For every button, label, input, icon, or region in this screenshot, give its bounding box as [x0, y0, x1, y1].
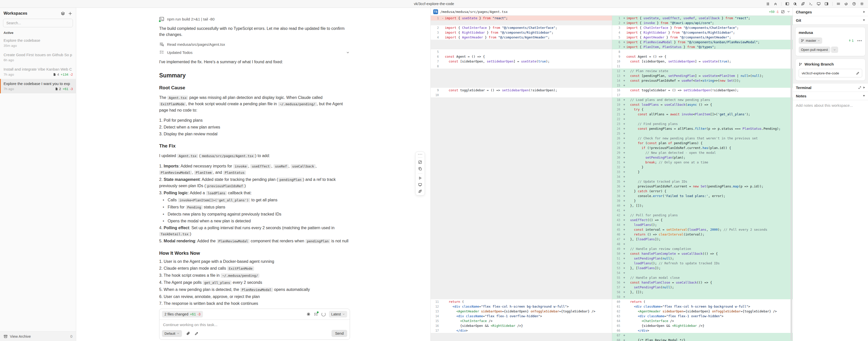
- git-section-header[interactable]: Git: [793, 16, 868, 25]
- sub-list-item: •Detects new plans by comparing against …: [159, 211, 349, 217]
- open-pull-request-button[interactable]: Open pull request: [799, 46, 830, 53]
- file-count: 4: [53, 72, 59, 76]
- diff-file-path: /medusa/medusa/src/pages/Agent.tsx: [440, 10, 767, 14]
- diff-line-new: 37+ } catch (error) {: [612, 189, 793, 193]
- diff-line-new: 5import { AgentHeader } from "@/componen…: [612, 35, 793, 40]
- inline-code: ExitPlanMode: [227, 267, 254, 271]
- branch-selector[interactable]: master: [799, 37, 822, 44]
- diff-line-new: 60 return (: [612, 299, 793, 304]
- tasks-icon[interactable]: [314, 312, 318, 316]
- mode-label: Default: [164, 332, 175, 335]
- notes-section-header[interactable]: Notes: [793, 92, 868, 100]
- help-icon[interactable]: [852, 2, 856, 6]
- diff-line-new: 43+ useEffect(() => {: [612, 218, 793, 222]
- tool-call-row[interactable]: Updated Todos: [159, 50, 349, 55]
- files-changed-pill[interactable]: 2 files changed +61 -3: [162, 311, 203, 317]
- working-branch-card: Working Branch: [795, 59, 865, 81]
- display-icon[interactable]: [817, 2, 821, 6]
- diff-line-new: 12+ // Plan review state: [612, 68, 793, 73]
- pull-request-dropdown[interactable]: [831, 46, 838, 53]
- workspace-item[interactable]: Install and integrate Vibe Kanban Web C …: [0, 64, 76, 79]
- search-input[interactable]: [6, 21, 70, 25]
- diff-line-old: [431, 73, 612, 78]
- repo-name: medusa: [799, 30, 862, 35]
- diff-line-old: 16 {sidebarOpen && <RightSidebar />}: [431, 323, 612, 328]
- settings-icon[interactable]: [860, 2, 864, 6]
- workspace-item[interactable]: Explore the codebase 35m ago: [0, 36, 76, 50]
- monitor-icon[interactable]: [418, 183, 422, 187]
- inline-code: Agent.tsx: [167, 96, 188, 100]
- divider: [418, 173, 422, 174]
- diff-line-new: 68+ {/* Plan Review Modal */}: [612, 338, 793, 341]
- diff-line-new: 19+ const loadPlans = useCallback(async …: [612, 102, 793, 107]
- play-icon[interactable]: [418, 176, 422, 180]
- diff-line-old: [431, 261, 612, 266]
- diff-line-new: 44+ loadPlans();: [612, 222, 793, 227]
- terminal-icon[interactable]: [809, 2, 813, 6]
- spark-icon[interactable]: [306, 312, 311, 316]
- repo-menu-icon[interactable]: •••: [857, 38, 862, 43]
- chat-content[interactable]: npm run build 2>&1 | tail -80The build c…: [76, 8, 430, 341]
- paperclip-icon[interactable]: [186, 331, 190, 336]
- diff-line-new: 29+ // New plan detected - open the moda…: [612, 150, 793, 155]
- inline-code: PlanStatus: [223, 170, 246, 175]
- diff-line-new: 56+ const handlePlanClose = useCallback(…: [612, 280, 793, 285]
- diff-line-old: [431, 141, 612, 146]
- git-compare-icon[interactable]: [418, 189, 422, 193]
- workspace-item[interactable]: Explore the codebase I want you to exp 7…: [0, 79, 76, 93]
- workspace-title: Explore the codebase: [4, 38, 73, 42]
- git-compare-icon[interactable]: [801, 2, 805, 6]
- megaphone-icon[interactable]: [844, 2, 848, 6]
- panel-left-icon[interactable]: [785, 2, 789, 6]
- working-branch-field[interactable]: [799, 69, 862, 78]
- send-button[interactable]: Send: [332, 330, 347, 337]
- additions-count: +61: [63, 87, 68, 91]
- tool-call-row[interactable]: npm run build 2>&1 | tail -80: [159, 17, 349, 22]
- notes-placeholder[interactable]: Add notes about this workspace...: [793, 100, 868, 341]
- workspace-item[interactable]: Create Good First Issues on Github So p …: [0, 50, 76, 64]
- mode-dropdown[interactable]: Default: [162, 330, 182, 337]
- panel-right-icon[interactable]: [825, 2, 829, 6]
- latest-label: Latest: [331, 312, 341, 316]
- diff-line-new: 11: [612, 64, 793, 68]
- message-input[interactable]: [162, 322, 348, 327]
- edit-pencil-icon[interactable]: [856, 71, 860, 75]
- working-branch-input[interactable]: [801, 71, 854, 75]
- notes-label: Notes: [796, 94, 807, 98]
- diff-line-old: 8: [431, 64, 612, 68]
- diff-line-old: [431, 242, 612, 246]
- diff-line-new: 67+: [612, 333, 793, 338]
- menu-icon[interactable]: [836, 2, 840, 6]
- expand-icon[interactable]: [858, 86, 861, 89]
- diff-file-header[interactable]: TS /medusa/medusa/src/pages/Agent.tsx +5…: [431, 8, 793, 16]
- tool-call-row[interactable]: Read medusa/src/pages/Agent.tsx: [159, 42, 349, 47]
- diff-line-new: 31+ break; // Only open one at a time: [612, 160, 793, 165]
- list-item: 2. Detect when a new plan arrives: [159, 124, 349, 130]
- view-archive-row[interactable]: View Archive 0: [0, 331, 76, 341]
- plus-icon[interactable]: [68, 11, 72, 16]
- changes-section-header[interactable]: Changes: [793, 8, 868, 16]
- diff-line-new: 24+ const pendingPlans = allPlans.filter…: [612, 126, 793, 131]
- chevron-down-icon[interactable]: [346, 51, 349, 54]
- pause-icon[interactable]: [766, 2, 770, 6]
- workspace-search[interactable]: [3, 19, 73, 27]
- drag-handle[interactable]: [418, 154, 422, 155]
- chat-heading: How It Works Now: [159, 250, 349, 256]
- diff-line-old: [431, 174, 612, 179]
- collapse-up-icon[interactable]: [774, 2, 777, 6]
- chevron-down-icon[interactable]: [787, 10, 790, 13]
- diff-view-icon[interactable]: [418, 160, 422, 164]
- layers-icon[interactable]: [61, 11, 65, 16]
- diff-scrollbar[interactable]: [790, 17, 792, 340]
- split-diff-icon[interactable]: [781, 10, 785, 14]
- list-item: 5. Modal rendering: Added the PlanReview…: [159, 238, 349, 244]
- theme-icon[interactable]: [793, 2, 797, 6]
- diff-line-new: 54+: [612, 271, 793, 275]
- ordered-list: 1. User is on the Agent page with a Dock…: [159, 258, 349, 307]
- inline-code: TaskDetail.tsx: [159, 232, 190, 236]
- diff-line-new: 26+ // Check for new pending plans that …: [612, 136, 793, 141]
- copy-icon[interactable]: [418, 167, 422, 171]
- latest-dropdown[interactable]: Latest: [329, 311, 347, 317]
- terminal-section-header[interactable]: Terminal: [793, 84, 868, 92]
- pen-icon[interactable]: [194, 331, 199, 336]
